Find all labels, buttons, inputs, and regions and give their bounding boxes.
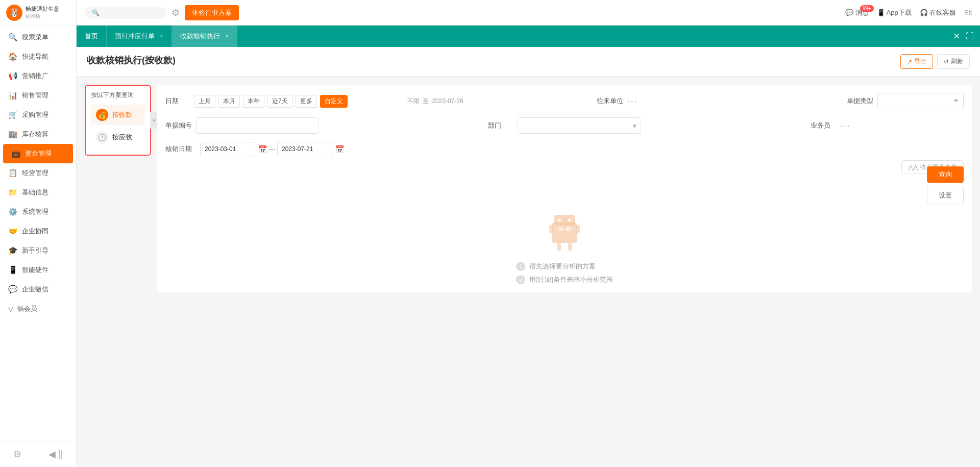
filter-item-by-receivable[interactable]: 🕐 按应收 bbox=[91, 127, 145, 148]
filter-panel: 按以下方案查询 💰 按收款 🕐 按应收 « bbox=[85, 85, 151, 463]
topbar-online-service[interactable]: 🎧 在线客服 bbox=[920, 8, 957, 17]
search-form: 日期 上月 本月 本年 近7天 更多 自定义 不限 至 bbox=[165, 93, 964, 156]
settings-bottom-btn[interactable]: ⚙ bbox=[9, 447, 26, 462]
sidebar-item-label-basic: 基础信息 bbox=[22, 188, 48, 197]
docno-input[interactable] bbox=[196, 117, 318, 134]
filter-item-by-receipt[interactable]: 💰 按收款 bbox=[91, 105, 145, 125]
sidebar-item-system[interactable]: ⚙️ 系统管理 bbox=[0, 202, 76, 222]
docno-field: 单据编号 bbox=[165, 117, 318, 134]
sidebar-item-guide[interactable]: 🎓 新手引导 bbox=[0, 241, 76, 260]
sidebar-nav: 🔍 搜索菜单 🏠 快捷导航 📢 营销推广 📊 销售管理 🛒 采购管理 🏬 库存核… bbox=[0, 26, 76, 441]
empty-illustration bbox=[539, 205, 590, 256]
tab-home[interactable]: 首页 bbox=[77, 26, 107, 47]
app-logo-icon: 🐰 bbox=[6, 5, 22, 21]
export-btn[interactable]: ↗ 导出 bbox=[900, 54, 933, 69]
this-year-btn[interactable]: 本年 bbox=[243, 95, 264, 108]
tab-prepay-close[interactable]: × bbox=[160, 33, 163, 40]
sidebar-item-marketing[interactable]: 📢 营销推广 bbox=[0, 66, 76, 86]
collapse-sidebar-btn[interactable]: ◀ ‖ bbox=[44, 447, 67, 462]
svg-rect-5 bbox=[566, 227, 571, 231]
collapse-up-icon: ⋀⋀ bbox=[908, 164, 918, 171]
sidebar-item-quicknav[interactable]: 🏠 快捷导航 bbox=[0, 47, 76, 66]
svg-rect-9 bbox=[568, 243, 572, 251]
sidebar-item-finance[interactable]: 💼 资金管理 bbox=[3, 144, 73, 163]
filter-box: 按以下方案查询 💰 按收款 🕐 按应收 « bbox=[85, 85, 151, 156]
svg-point-3 bbox=[568, 218, 571, 222]
corp-icon: 🤝 bbox=[8, 227, 18, 236]
form-row-2: 单据编号 部门 ▾ bbox=[165, 117, 964, 134]
verify-date-start-calendar-icon[interactable]: 📅 bbox=[258, 145, 267, 153]
verify-date-start-input[interactable] bbox=[200, 142, 256, 156]
verify-date-end-input[interactable] bbox=[277, 142, 333, 156]
topbar: 🔍 ⚙ 体验行业方案 💬 消息 99+ 📱 App下载 🎧 在线客服 Rit bbox=[77, 0, 980, 26]
search-panel: 日期 上月 本月 本年 近7天 更多 自定义 不限 至 bbox=[157, 85, 972, 292]
custom-date-btn[interactable]: 自定义 bbox=[320, 95, 348, 108]
page-content: 收款核销执行(按收款) ↗ 导出 ↺ 刷新 按以下方案查询 💰 bbox=[77, 47, 980, 467]
topbar-message-btn[interactable]: 💬 消息 99+ bbox=[845, 8, 869, 17]
refresh-btn[interactable]: ↺ 刷新 bbox=[937, 54, 970, 69]
dept-input[interactable] bbox=[518, 118, 629, 133]
svg-rect-8 bbox=[557, 243, 561, 251]
last-7days-btn[interactable]: 近7天 bbox=[267, 95, 292, 108]
sidebar-item-sales[interactable]: 📊 销售管理 bbox=[0, 86, 76, 105]
svg-rect-4 bbox=[558, 227, 564, 231]
sidebar-item-corp[interactable]: 🤝 企业协同 bbox=[0, 222, 76, 241]
sidebar-item-search[interactable]: 🔍 搜索菜单 bbox=[0, 28, 76, 47]
topbar-app-download[interactable]: 📱 App下载 bbox=[877, 8, 912, 17]
setting-btn[interactable]: 设置 bbox=[927, 187, 964, 204]
svg-rect-0 bbox=[552, 223, 577, 243]
sidebar-item-inventory[interactable]: 🏬 库存核算 bbox=[0, 125, 76, 144]
sidebar-item-label-sales: 销售管理 bbox=[22, 91, 48, 100]
topbar-search-icon: 🔍 bbox=[92, 9, 100, 16]
query-btn[interactable]: 查询 bbox=[927, 166, 964, 183]
sales-icon: 📊 bbox=[8, 91, 18, 100]
tab-expand-icon[interactable]: ⛶ bbox=[966, 32, 974, 41]
last-month-btn[interactable]: 上月 bbox=[194, 95, 215, 108]
doc-type-label: 单据类型 bbox=[847, 96, 873, 106]
dept-input-wrap: ▾ bbox=[518, 117, 641, 134]
purchase-icon: 🛒 bbox=[8, 110, 18, 119]
sidebar-item-mgmt[interactable]: 📋 经营管理 bbox=[0, 163, 76, 183]
date-filter: 日期 上月 本月 本年 近7天 更多 自定义 bbox=[165, 95, 399, 108]
tab-prepay-label: 预付冲应付单 bbox=[115, 32, 155, 41]
sidebar-item-label-purchase: 采购管理 bbox=[22, 110, 48, 119]
sidebar-item-label-guide: 新手引导 bbox=[22, 246, 48, 255]
sales-dots-btn[interactable]: ··· bbox=[840, 120, 851, 131]
sidebar-item-label-mgmt: 经营管理 bbox=[22, 168, 48, 178]
svg-rect-6 bbox=[549, 225, 553, 233]
sidebar-item-label-quicknav: 快捷导航 bbox=[22, 52, 48, 61]
sidebar-bottom: ⚙ ◀ ‖ bbox=[0, 441, 76, 467]
tab-collection[interactable]: 收款核销执行 × bbox=[172, 26, 237, 47]
sidebar-item-hardware[interactable]: 📱 智能硬件 bbox=[0, 260, 76, 280]
sidebar-item-purchase[interactable]: 🛒 采购管理 bbox=[0, 105, 76, 125]
counterparty-label: 往来单位 bbox=[597, 96, 623, 106]
doc-type-select[interactable] bbox=[877, 93, 964, 109]
sidebar-item-basic[interactable]: 📁 基础信息 bbox=[0, 183, 76, 202]
sidebar-item-member[interactable]: V 畅会员 bbox=[0, 299, 76, 318]
sidebar-item-label-wechat: 企业微信 bbox=[22, 285, 48, 294]
sidebar-item-label-system: 系统管理 bbox=[22, 207, 48, 216]
date-no-limit: 不限 至 2023-07-26 bbox=[407, 97, 463, 106]
page-header-actions: ↗ 导出 ↺ 刷新 bbox=[900, 54, 970, 76]
more-date-btn[interactable]: 更多 bbox=[296, 95, 317, 108]
svg-rect-1 bbox=[554, 215, 575, 225]
app-badge: 标准版 bbox=[26, 13, 59, 20]
counterparty-dots-btn[interactable]: ··· bbox=[627, 96, 638, 107]
app-name: 畅捷通好生意 bbox=[26, 5, 59, 12]
topbar-search-box[interactable]: 🔍 bbox=[85, 7, 166, 19]
this-month-btn[interactable]: 本月 bbox=[218, 95, 240, 108]
sidebar-item-wechat[interactable]: 💬 企业微信 bbox=[0, 280, 76, 299]
tab-prepay[interactable]: 预付冲应付单 × bbox=[107, 26, 172, 47]
topbar-user[interactable]: Rit bbox=[964, 9, 972, 16]
tab-close-icon[interactable]: ✕ bbox=[953, 31, 961, 42]
industry-btn[interactable]: 体验行业方案 bbox=[185, 5, 239, 20]
page-header: 收款核销执行(按收款) ↗ 导出 ↺ 刷新 bbox=[77, 47, 980, 77]
topbar-gear-icon[interactable]: ⚙ bbox=[172, 7, 180, 18]
receipt-icon: 💰 bbox=[96, 109, 108, 121]
tab-collection-close[interactable]: × bbox=[225, 33, 229, 40]
dept-arrow-icon[interactable]: ▾ bbox=[629, 122, 641, 130]
verify-date-end-calendar-icon[interactable]: 📅 bbox=[335, 145, 344, 153]
inventory-icon: 🏬 bbox=[8, 130, 18, 139]
sidebar-logo: 🐰 畅捷通好生意 标准版 bbox=[0, 0, 76, 26]
member-icon: V bbox=[8, 305, 13, 313]
